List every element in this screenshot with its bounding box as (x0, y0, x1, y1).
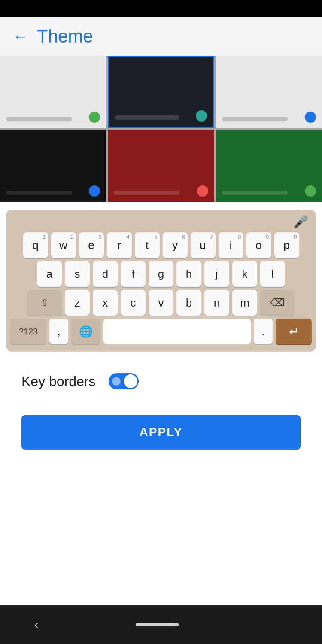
key-q[interactable]: 1q (23, 232, 48, 258)
key-t[interactable]: 5t (135, 232, 160, 258)
theme-dot-green2 (305, 185, 316, 197)
theme-card-dark[interactable] (108, 56, 214, 128)
key-s[interactable]: s (65, 261, 90, 287)
theme-card-black[interactable] (0, 130, 106, 202)
theme-line (115, 115, 179, 120)
key-j[interactable]: j (204, 261, 229, 287)
key-h[interactable]: h (176, 261, 201, 287)
key-i[interactable]: 8i (219, 232, 243, 258)
nav-back-icon[interactable]: ‹ (34, 618, 38, 632)
key-w[interactable]: 2w (51, 232, 76, 258)
keyboard-row-3: ⇧ z x c v b n m ⌫ (10, 290, 312, 316)
key-numeric[interactable]: ?123 (10, 319, 46, 344)
key-m[interactable]: m (232, 290, 257, 316)
key-globe[interactable]: 🌐 (71, 319, 100, 344)
keyboard-section: 🎤 1q 2w 3e 4r 5t 6y 7u 8i 9o 0p a s d f … (0, 202, 322, 352)
key-shift[interactable]: ⇧ (27, 290, 62, 316)
key-y[interactable]: 6y (163, 232, 188, 258)
theme-dot-green (89, 112, 100, 123)
theme-card-red[interactable] (108, 130, 214, 202)
key-space[interactable] (103, 319, 251, 344)
apply-button[interactable]: APPLY (21, 415, 301, 450)
key-e[interactable]: 3e (79, 232, 104, 258)
keyboard-top-row: 🎤 (10, 215, 312, 232)
key-a[interactable]: a (37, 261, 62, 287)
key-l[interactable]: l (260, 261, 285, 287)
key-p[interactable]: 0p (274, 232, 299, 258)
theme-line (6, 117, 72, 121)
key-backspace[interactable]: ⌫ (260, 290, 295, 316)
apply-section: APPLY (0, 389, 322, 450)
theme-card-green[interactable] (216, 130, 322, 202)
mic-icon[interactable]: 🎤 (293, 215, 308, 229)
key-period[interactable]: . (254, 319, 273, 344)
nav-bar: ‹ (0, 605, 322, 644)
key-borders-label: Key borders (21, 374, 96, 389)
theme-line (6, 191, 72, 195)
key-borders-toggle[interactable] (109, 373, 139, 389)
keyboard-row-1: 1q 2w 3e 4r 5t 6y 7u 8i 9o 0p (10, 232, 312, 258)
key-d[interactable]: d (93, 261, 118, 287)
key-g[interactable]: g (149, 261, 173, 287)
key-n[interactable]: n (204, 290, 229, 316)
nav-home-pill[interactable] (136, 623, 179, 626)
toggle-section: Key borders (0, 352, 322, 389)
toggle-track (112, 377, 121, 386)
keyboard-row-2: a s d f g h j k l (10, 261, 312, 287)
key-c[interactable]: c (121, 290, 146, 316)
key-f[interactable]: f (121, 261, 146, 287)
theme-card-blue[interactable] (216, 56, 322, 128)
theme-card-light[interactable] (0, 56, 106, 128)
keyboard-container: 🎤 1q 2w 3e 4r 5t 6y 7u 8i 9o 0p a s d f … (6, 210, 316, 352)
keyboard-row-4: ?123 , 🌐 . ↵ (10, 319, 312, 344)
page-title: Theme (37, 26, 93, 47)
key-comma[interactable]: , (49, 319, 68, 344)
key-enter[interactable]: ↵ (276, 319, 312, 344)
status-bar-top (0, 0, 322, 17)
toggle-knob (124, 374, 137, 388)
key-z[interactable]: z (65, 290, 90, 316)
key-u[interactable]: 7u (191, 232, 216, 258)
theme-dot-blue (305, 112, 316, 123)
theme-dot-teal (196, 110, 207, 122)
theme-line (222, 191, 288, 195)
header: ← Theme (0, 17, 322, 56)
back-button[interactable]: ← (13, 27, 28, 46)
key-o[interactable]: 9o (246, 232, 271, 258)
key-v[interactable]: v (149, 290, 173, 316)
theme-dot-blue2 (89, 185, 100, 197)
key-b[interactable]: b (176, 290, 201, 316)
theme-grid (0, 56, 322, 202)
key-x[interactable]: x (93, 290, 118, 316)
theme-line (222, 117, 288, 121)
key-k[interactable]: k (232, 261, 257, 287)
key-r[interactable]: 4r (107, 232, 132, 258)
theme-dot-red (197, 185, 208, 197)
theme-line (114, 191, 180, 195)
